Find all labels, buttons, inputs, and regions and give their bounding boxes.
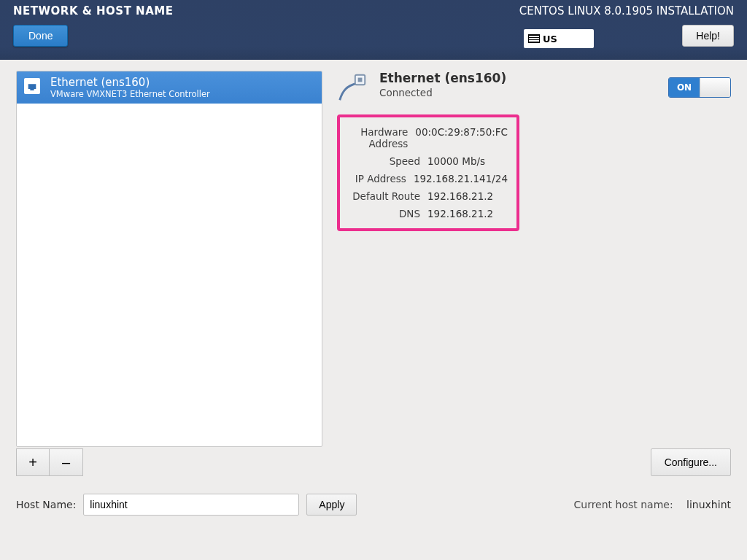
connection-status: Connected [379, 87, 506, 98]
network-cable-icon [336, 71, 369, 104]
row-ip-address: IP Address 192.168.21.141/24 [340, 170, 508, 187]
svg-rect-1 [358, 78, 363, 82]
hostname-label: Host Name: [16, 499, 76, 510]
network-info-box: Hardware Address 00:0C:29:87:50:FC Speed… [337, 114, 519, 231]
help-button[interactable]: Help! [682, 25, 734, 47]
interface-subtitle: VMware VMXNET3 Ethernet Controller [50, 89, 314, 99]
row-hardware-address: Hardware Address 00:0C:29:87:50:FC [340, 123, 508, 152]
keyboard-layout-indicator[interactable]: US [524, 29, 594, 48]
main-content: Ethernet (ens160) VMware VMXNET3 Etherne… [0, 60, 747, 560]
header: NETWORK & HOST NAME CENTOS LINUX 8.0.190… [0, 0, 747, 60]
interface-name: Ethernet (ens160) [50, 76, 314, 89]
current-hostname: Current host name: linuxhint [573, 499, 731, 510]
interface-list[interactable]: Ethernet (ens160) VMware VMXNET3 Etherne… [16, 71, 322, 447]
remove-interface-button[interactable]: – [50, 448, 83, 476]
keyboard-layout-label: US [543, 34, 557, 44]
current-hostname-label: Current host name: [573, 499, 673, 510]
detail-title: Ethernet (ens160) [379, 71, 506, 85]
row-dns: DNS 192.168.21.2 [340, 205, 508, 222]
interface-item-ens160[interactable]: Ethernet (ens160) VMware VMXNET3 Etherne… [17, 71, 322, 104]
done-button[interactable]: Done [13, 25, 68, 47]
installer-title: CENTOS LINUX 8.0.1905 INSTALLATION [519, 4, 734, 18]
row-speed: Speed 10000 Mb/s [340, 152, 508, 170]
hostname-input[interactable] [83, 494, 299, 516]
ethernet-icon [24, 78, 40, 94]
toggle-on-label: ON [669, 78, 700, 97]
apply-hostname-button[interactable]: Apply [306, 494, 357, 516]
interface-add-remove: + – [16, 448, 83, 476]
hostname-row: Host Name: Apply Current host name: linu… [16, 494, 731, 516]
toggle-knob [700, 78, 730, 97]
keyboard-icon [528, 34, 540, 43]
page-title: NETWORK & HOST NAME [13, 4, 173, 18]
configure-button[interactable]: Configure... [651, 448, 731, 476]
current-hostname-value: linuxhint [686, 499, 731, 510]
row-default-route: Default Route 192.168.21.2 [340, 187, 508, 205]
add-interface-button[interactable]: + [16, 448, 50, 476]
interface-enable-toggle[interactable]: ON [668, 77, 731, 98]
